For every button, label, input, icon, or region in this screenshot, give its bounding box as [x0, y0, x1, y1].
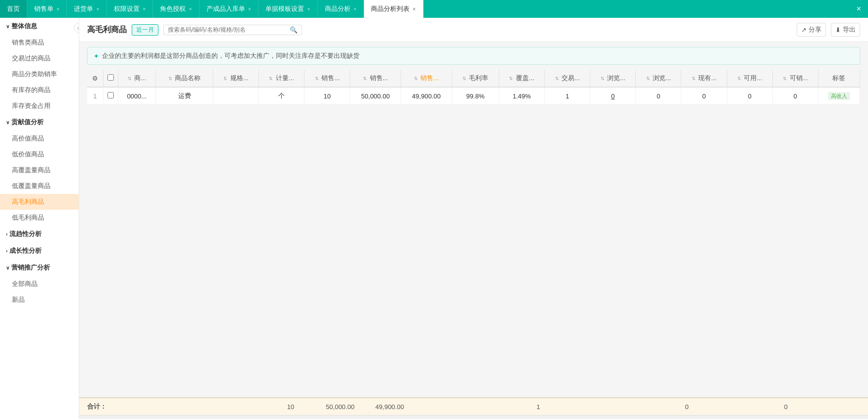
- sort-icon: ⇅: [269, 76, 273, 81]
- search-icon[interactable]: 🔍: [290, 26, 298, 34]
- sidebar-group-trend[interactable]: › 流趋性分析: [0, 226, 79, 242]
- col-browse2[interactable]: ⇅ 浏览...: [636, 70, 681, 87]
- chevron-down-icon: ∨: [6, 120, 9, 125]
- close-roles-tab[interactable]: ×: [189, 6, 192, 12]
- col-unit[interactable]: ⇅ 计量...: [259, 70, 305, 87]
- sort-icon: ⇅: [315, 76, 319, 81]
- col-sales-amt[interactable]: ⇅ 销售...: [350, 70, 401, 87]
- sidebar-item-stock-capital[interactable]: 库存资金占用: [0, 98, 79, 114]
- sidebar-item-traded-goods[interactable]: 交易过的商品: [0, 50, 79, 66]
- sort-icon: ⇅: [168, 76, 172, 81]
- cell-checkbox[interactable]: [103, 87, 118, 105]
- col-sales-cost[interactable]: ⇅ 销售...: [401, 70, 452, 87]
- nav-item-purchase[interactable]: 进货单 ×: [67, 0, 106, 18]
- col-stock-saleable[interactable]: ⇅ 可销...: [772, 70, 818, 87]
- sidebar-item-low-margin[interactable]: 低毛利商品: [0, 210, 79, 226]
- sidebar: « ∨ 整体信息 销售类商品 交易过的商品 商品分类助销率 有库存的商品 库存资…: [0, 18, 79, 419]
- sidebar-item-category-rate[interactable]: 商品分类助销率: [0, 66, 79, 82]
- close-finished-goods-tab[interactable]: ×: [248, 6, 251, 12]
- cell-browse2: 0: [636, 87, 681, 105]
- page-title: 高毛利商品: [87, 25, 127, 35]
- col-settings[interactable]: ⚙: [87, 70, 103, 87]
- sidebar-group-growth[interactable]: › 成长性分析: [0, 242, 79, 259]
- col-browse1[interactable]: ⇅ 浏览...: [590, 70, 636, 87]
- horizontal-scrollbar[interactable]: [79, 415, 868, 419]
- close-templates-tab[interactable]: ×: [307, 6, 310, 12]
- sort-icon: ⇅: [363, 76, 367, 81]
- sidebar-item-high-margin[interactable]: 高毛利商品: [0, 194, 79, 210]
- row-checkbox[interactable]: [107, 92, 114, 98]
- sort-icon: ⇅: [737, 76, 741, 81]
- col-gross-margin[interactable]: ⇅ 毛利率: [452, 70, 499, 87]
- sort-icon: ⇅: [646, 76, 650, 81]
- sort-icon: ⇅: [462, 76, 466, 81]
- table-container[interactable]: ⚙ ⇅ 商... ⇅ 商品名称: [87, 70, 860, 397]
- sort-icon: ⇅: [223, 76, 227, 81]
- close-purchase-tab[interactable]: ×: [96, 6, 99, 12]
- footer-sales-cost: 49,900.00: [365, 403, 414, 411]
- footer-sales-qty: 10: [266, 403, 315, 411]
- cell-gross-margin: 99.8%: [452, 87, 499, 105]
- nav-item-templates[interactable]: 单据模板设置 ×: [258, 0, 317, 18]
- select-all-checkbox[interactable]: [107, 74, 114, 81]
- cell-unit: 个: [259, 87, 305, 105]
- sidebar-group-marketing[interactable]: ∨ 营销推广分析: [0, 259, 79, 276]
- nav-item-roles[interactable]: 角色授权 ×: [153, 0, 199, 18]
- sidebar-item-high-value[interactable]: 高价值商品: [0, 131, 79, 146]
- chevron-right-icon: ›: [6, 248, 7, 254]
- share-button[interactable]: ↗ 分享: [797, 23, 826, 37]
- col-coverage[interactable]: ⇅ 覆盖...: [499, 70, 545, 87]
- window-close-button[interactable]: ×: [850, 4, 868, 13]
- chevron-down-icon: ∨: [6, 24, 9, 29]
- col-sales-qty[interactable]: ⇅ 销售...: [305, 70, 350, 87]
- col-tag[interactable]: 标签: [818, 70, 860, 87]
- col-transactions[interactable]: ⇅ 交易...: [545, 70, 590, 87]
- cell-sales-cost: 49,900.00: [401, 87, 452, 105]
- export-button[interactable]: ⬇ 导出: [831, 23, 860, 37]
- footer-sales-amt: 50,000.00: [315, 403, 365, 411]
- sidebar-item-all-goods[interactable]: 全部商品: [0, 276, 79, 292]
- col-stock-available[interactable]: ⇅ 可用...: [727, 70, 772, 87]
- cell-sales-qty: 10: [305, 87, 350, 105]
- sidebar-group-overall[interactable]: ∨ 整体信息: [0, 18, 79, 35]
- col-name[interactable]: ⇅ 商品名称: [156, 70, 213, 87]
- nav-item-sales[interactable]: 销售单 ×: [27, 0, 67, 18]
- col-spec[interactable]: ⇅ 规格...: [213, 70, 259, 87]
- col-stock-current[interactable]: ⇅ 现有...: [681, 70, 727, 87]
- footer-label: 合计：: [87, 402, 106, 411]
- close-permissions-tab[interactable]: ×: [143, 6, 146, 12]
- main-layout: « ∨ 整体信息 销售类商品 交易过的商品 商品分类助销率 有库存的商品 库存资…: [0, 18, 868, 419]
- sort-icon: ⇅: [128, 76, 132, 81]
- cell-browse1[interactable]: 0: [590, 87, 636, 105]
- sidebar-group-contribution[interactable]: ∨ 贡献值分析: [0, 114, 79, 131]
- nav-item-home[interactable]: 首页: [0, 0, 27, 18]
- cell-transactions: 1: [545, 87, 590, 105]
- sidebar-item-low-coverage[interactable]: 低覆盖量商品: [0, 178, 79, 194]
- search-box: 🔍: [163, 25, 302, 35]
- sort-icon: ⇅: [692, 76, 696, 81]
- footer-transactions: 1: [513, 403, 563, 411]
- nav-item-finished-goods[interactable]: 产成品入库单 ×: [200, 0, 258, 18]
- close-analysis-list-tab[interactable]: ×: [412, 6, 415, 12]
- content-area: 高毛利商品 近一月 🔍 ↗ 分享 ⬇ 导出 ✦ 企业的主要的利润都是这部分商品创…: [79, 18, 868, 419]
- nav-item-analysis-list[interactable]: 商品分析列表 ×: [364, 0, 423, 18]
- sidebar-item-sales-goods[interactable]: 销售类商品: [0, 35, 79, 50]
- cell-stock-available: 0: [727, 87, 772, 105]
- info-text: 企业的主要的利润都是这部分商品创造的，可考虑加大推广，同时关注库存是不要出现缺货: [102, 51, 359, 60]
- export-icon: ⬇: [835, 26, 841, 34]
- close-analysis-tab[interactable]: ×: [354, 6, 357, 12]
- nav-item-analysis[interactable]: 商品分析 ×: [318, 0, 364, 18]
- nav-item-permissions[interactable]: 权限设置 ×: [107, 0, 153, 18]
- footer-stock-saleable: 0: [761, 403, 811, 411]
- sidebar-item-low-value[interactable]: 低价值商品: [0, 146, 79, 162]
- sidebar-item-high-coverage[interactable]: 高覆盖量商品: [0, 162, 79, 178]
- col-code[interactable]: ⇅ 商...: [118, 70, 156, 87]
- top-navigation: 首页 销售单 × 进货单 × 权限设置 × 角色授权 × 产成品入库单 × 单据…: [0, 0, 868, 18]
- period-button[interactable]: 近一月: [132, 24, 158, 36]
- sidebar-item-new-goods[interactable]: 新品: [0, 292, 79, 308]
- col-checkbox[interactable]: [103, 70, 118, 87]
- close-sales-tab[interactable]: ×: [56, 6, 59, 12]
- search-input[interactable]: [168, 26, 290, 33]
- table-header-row: ⚙ ⇅ 商... ⇅ 商品名称: [87, 70, 860, 87]
- sidebar-item-in-stock[interactable]: 有库存的商品: [0, 82, 79, 98]
